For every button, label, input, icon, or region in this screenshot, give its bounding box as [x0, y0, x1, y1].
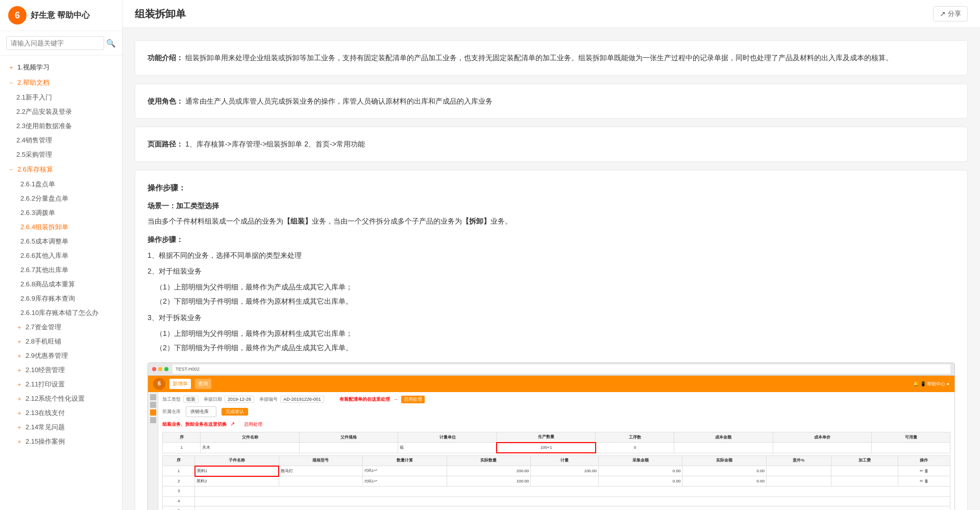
role-text: 使用角色： 通常由生产人员或库管人员完成拆装业务的操作，库管人员确认原材料的出库… — [148, 94, 955, 108]
screenshot-image: TEST-H002 6 新增单 查询 🔔 📱 帮助中心 ● — [148, 362, 955, 510]
intro-text: 功能介绍： 组装拆卸单用来处理企业组装或拆卸等加工业务，支持有固定装配清单的产品… — [148, 51, 955, 65]
sidebar-item-2-10[interactable]: ＋ 2.10经营管理 — [0, 363, 122, 377]
path-label: 页面路径： — [148, 140, 183, 148]
search-box: 🔍 — [0, 31, 122, 56]
sidebar-item-2-4[interactable]: 2.4销售管理 — [0, 133, 122, 148]
step2-2-text: （2）下部明细为子件明细，最终作为原材料生成其它出库单。 — [156, 295, 955, 308]
scene1-label: 场景一：加工类型选择 — [148, 200, 955, 212]
ss-docno-value: AD-20191226-001 — [280, 396, 324, 403]
company-id: TEST-H002 — [176, 367, 200, 372]
sidebar-item-2-6-3[interactable]: 2.6.3调拨单 — [0, 206, 122, 220]
main-panel: 组装拆卸单 ↗ 分享 功能介绍： 组装拆卸单用来处理企业组装或拆卸等加工业务，支… — [122, 0, 980, 510]
ss-confirm-btn[interactable]: 完成签认 — [222, 408, 248, 416]
app-title: 好生意 帮助中心 — [31, 10, 90, 21]
step3-text: 3、对于拆装业务 — [148, 311, 955, 324]
sidebar-item-2-6-5[interactable]: 2.6.5成本调整单 — [0, 234, 122, 249]
ss-note1: 有装配清单的在这里处理 — [339, 397, 390, 402]
nav-tree: ＋ 1.视频学习 － 2.帮助文档 2.1新手入门 2.2产品安装及登录 2.3… — [0, 56, 122, 510]
path-text: 页面路径： 1、库存核算->库存管理->组装拆卸单 2、首页->常用功能 — [148, 137, 955, 151]
sidebar-item-2-6[interactable]: － 2.6库存核算 — [0, 162, 122, 177]
step3-2-text: （2）下部明细为子件明细，最终作为产成品生成其它入库单。 — [156, 342, 955, 354]
path-body: 1、库存核算->库存管理->组装拆卸单 2、首页->常用功能 — [185, 140, 365, 148]
ss-note3: 组装业务、拆卸业务在这里切换 — [162, 422, 227, 427]
steps-area: 场景一：加工类型选择 当由多个子件材料组装成一个成品的业务为【组装】业务，当由一… — [148, 200, 955, 354]
ss-child-table: 序 子件名称 规格型号 数量计算 实际数量 计量 采集金额 实际金额 意外% — [162, 455, 950, 510]
chaixie-highlight: 【拆卸】 — [462, 217, 491, 225]
page-title: 组装拆卸单 — [135, 7, 186, 21]
ss-icon-sidebar — [148, 392, 158, 510]
sidebar-item-2-6-1[interactable]: 2.6.1盘点单 — [0, 177, 122, 191]
ss-warehouse-label: 所属仓库 — [162, 407, 181, 416]
logo-icon: 6 — [8, 6, 27, 25]
sidebar-item-2-8[interactable]: ＋ 2.8手机旺铺 — [0, 334, 122, 349]
ss-type-value: 组装 — [183, 396, 199, 403]
sidebar-item-label-2-6: 2.6库存核算 — [17, 165, 53, 174]
ss-warehouse-value: 供销仓库 — [186, 406, 216, 417]
share-label: 分享 — [948, 9, 961, 18]
step1-text: 1、根据不同的业务，选择不同单据的类型来处理 — [148, 249, 955, 262]
search-input[interactable] — [6, 36, 104, 50]
share-icon: ↗ — [940, 10, 946, 18]
ops-steps-label: 操作步骤： — [148, 233, 955, 246]
ss-arrow1: → — [393, 397, 398, 402]
expand-icon-helpdoc: － — [8, 79, 14, 87]
step2-1-text: （1）上部明细为父件明细，最终作为产成品生成其它入库单； — [156, 281, 955, 294]
ss-topbar-icons: 🔔 📱 帮助中心 ● — [913, 380, 949, 388]
sidebar-item-2-6-6[interactable]: 2.6.6其他入库单 — [0, 249, 122, 263]
intro-body: 组装拆卸单用来处理企业组装或拆卸等加工业务，支持有固定装配清单的产品加工业务，也… — [185, 54, 893, 62]
sidebar-item-2-11[interactable]: ＋ 2.11打印设置 — [0, 377, 122, 392]
sidebar-item-2-2[interactable]: 2.2产品安装及登录 — [0, 105, 122, 119]
sidebar-item-2-6-4[interactable]: 2.6.4组装拆卸单 — [0, 220, 122, 234]
content-area: 功能介绍： 组装拆卸单用来处理企业组装或拆卸等加工业务，支持有固定装配清单的产品… — [122, 28, 980, 510]
sidebar-item-label-video: 1.视频学习 — [17, 63, 50, 72]
sidebar-item-video[interactable]: ＋ 1.视频学习 — [0, 60, 122, 75]
search-button[interactable]: 🔍 — [106, 39, 116, 48]
role-card: 使用角色： 通常由生产人员或库管人员完成拆装业务的操作，库管人员确认原材料的出库… — [135, 84, 968, 119]
role-body: 通常由生产人员或库管人员完成拆装业务的操作，库管人员确认原材料的出库和产成品的入… — [185, 97, 493, 105]
sidebar-item-2-6-10[interactable]: 2.6.10库存账本错了怎么办 — [0, 306, 122, 320]
ss-note3-area: 组装业务、拆卸业务在这里切换 ↗ 启用处理 — [162, 419, 950, 429]
ops-heading: 操作步骤： — [148, 181, 955, 195]
ss-enable-btn1[interactable]: 启用处理 — [401, 396, 425, 403]
sidebar-item-2-7[interactable]: ＋ 2.7资金管理 — [0, 320, 122, 334]
sidebar-item-2-3[interactable]: 2.3使用前数据准备 — [0, 119, 122, 133]
ss-note1-area: 有装配清单的在这里处理 → 启用处理 — [339, 395, 425, 403]
zuanzhuang-highlight: 【组装】 — [283, 217, 312, 225]
sidebar-item-2-9[interactable]: ＋ 2.9优惠券管理 — [0, 349, 122, 363]
ss-logo: 6 — [153, 378, 165, 390]
expand-icon-video: ＋ — [8, 63, 14, 72]
ss-docno-field: 单据编号 AD-20191226-001 — [259, 395, 324, 403]
scene1-desc: 当由多个子件材料组装成一个成品的业务为【组装】业务，当由一个父件拆分成多个子产品… — [148, 214, 955, 228]
ss-parent-table: 序 父件名称 父件规格 计量单位 生产数量 工序数 成本金额 成本单价 可用量 — [162, 432, 950, 453]
sidebar-item-2-6-7[interactable]: 2.6.7其他出库单 — [0, 263, 122, 277]
ss-date-value: 2019-12-26 — [225, 396, 254, 403]
topbar: 组装拆卸单 ↗ 分享 — [122, 0, 980, 28]
sidebar-item-2-5[interactable]: 2.5采购管理 — [0, 148, 122, 162]
intro-label: 功能介绍： — [148, 54, 183, 62]
sidebar-header: 6 好生意 帮助中心 — [0, 0, 122, 31]
sidebar-item-2-6-9[interactable]: 2.6.9库存账本查询 — [0, 292, 122, 306]
scene1-desc-text: 当由多个子件材料组装成一个成品的业务为 — [148, 217, 283, 225]
ss-query-btn[interactable]: 查询 — [195, 379, 211, 389]
ss-new-doc-btn[interactable]: 新增单 — [169, 379, 191, 389]
sidebar-item-2-1[interactable]: 2.1新手入门 — [0, 90, 122, 105]
step2-text: 2、对于组装业务 — [148, 265, 955, 278]
sidebar-item-label-helpdoc: 2.帮助文档 — [17, 78, 50, 87]
sidebar-item-2-6-2[interactable]: 2.6.2分量盘点单 — [0, 191, 122, 206]
sidebar-item-helpdoc[interactable]: － 2.帮助文档 — [0, 75, 122, 90]
sidebar-item-2-15[interactable]: ＋ 2.15操作案例 — [0, 434, 122, 449]
share-button[interactable]: ↗ 分享 — [933, 6, 968, 21]
role-label: 使用角色： — [148, 97, 183, 105]
sidebar: 6 好生意 帮助中心 🔍 ＋ 1.视频学习 － 2.帮助文档 2.1新手入门 2… — [0, 0, 122, 510]
sidebar-item-2-6-8[interactable]: 2.6.8商品成本重算 — [0, 277, 122, 292]
ss-arrow3: ↗ — [230, 421, 235, 427]
sidebar-item-2-13[interactable]: ＋ 2.13在线支付 — [0, 406, 122, 420]
sidebar-item-2-12[interactable]: ＋ 2.12系统个性化设置 — [0, 392, 122, 406]
sidebar-item-2-14[interactable]: ＋ 2.14常见问题 — [0, 420, 122, 434]
intro-card: 功能介绍： 组装拆卸单用来处理企业组装或拆卸等加工业务，支持有固定装配清单的产品… — [135, 40, 968, 76]
path-card: 页面路径： 1、库存核算->库存管理->组装拆卸单 2、首页->常用功能 — [135, 127, 968, 162]
ss-date-field: 单据日期 2019-12-26 — [204, 395, 254, 403]
expand-icon-2-6: － — [8, 165, 14, 174]
ss-note4: 启用处理 — [244, 422, 262, 427]
ops-card: 操作步骤： 场景一：加工类型选择 当由多个子件材料组装成一个成品的业务为【组装】… — [135, 170, 968, 510]
